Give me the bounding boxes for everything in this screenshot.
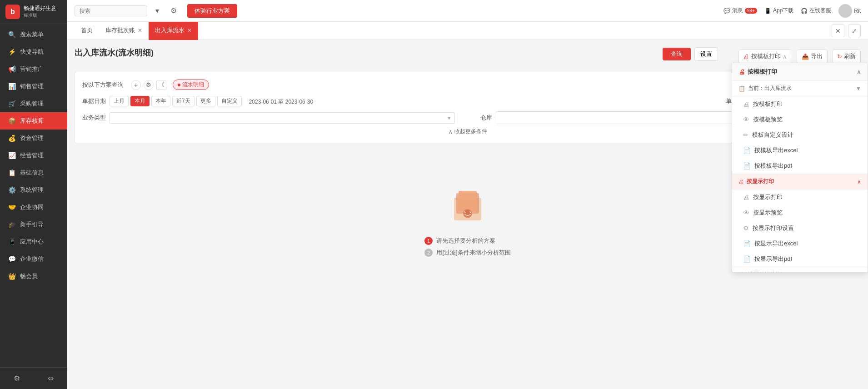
filter-settings-btn[interactable]: ⚙	[144, 80, 154, 90]
sidebar-settings-btn[interactable]: ⚙	[11, 371, 23, 385]
current-expand-icon[interactable]: ▼	[856, 85, 861, 92]
template-pdf-item-label: 按模板导出pdf	[754, 162, 792, 170]
current-template-section: 📋 当前：出入库流水 ▼	[732, 81, 868, 96]
biz-type-label: 业务类型	[82, 114, 106, 122]
search-input[interactable]	[80, 8, 142, 14]
tab-flow[interactable]: 出入库流水 ✕	[149, 22, 198, 40]
template-preview-item-icon: 👁	[743, 116, 749, 123]
app-logo: b 畅捷通好生意 标准版	[0, 0, 67, 24]
sidebar-item-purchase[interactable]: 🛒 采购管理	[0, 95, 67, 112]
display-preview-item[interactable]: 👁 按显示预览	[732, 205, 868, 220]
step-2-num: 2	[424, 249, 433, 257]
sidebar-item-quick-nav[interactable]: ⚡ 快捷导航	[0, 43, 67, 60]
app-download-btn[interactable]: 📱 App下载	[764, 7, 793, 15]
tab-expand-btn[interactable]: ⤢	[848, 25, 861, 37]
sidebar-item-label: 企业协同	[20, 203, 60, 211]
template-custom-item[interactable]: ✏ 模板自定义设计	[732, 127, 868, 143]
template-preview-item[interactable]: 👁 按模板预览	[732, 112, 868, 127]
date-option-7days[interactable]: 近7天	[172, 96, 195, 106]
sidebar-item-search[interactable]: 🔍 搜索菜单	[0, 26, 67, 43]
filter-add-btn[interactable]: +	[131, 80, 141, 90]
settings-btn[interactable]: 设置	[694, 47, 718, 61]
query-btn[interactable]: 查询	[663, 48, 691, 60]
default-func-expand-icon[interactable]: ▼	[856, 272, 861, 273]
filter-tag[interactable]: 流水明细	[173, 80, 209, 90]
sidebar-item-guide[interactable]: 🎓 新手引导	[0, 216, 67, 233]
sidebar-item-wechat[interactable]: 💬 企业微信	[0, 250, 67, 268]
display-excel-item[interactable]: 📄 按显示导出excel	[732, 236, 868, 251]
template-pdf-item[interactable]: 📄 按模板导出pdf	[732, 158, 868, 174]
filter-tag-dot	[178, 84, 180, 86]
marketing-icon: 📢	[7, 65, 16, 73]
topbar-settings-btn[interactable]: ⚙	[167, 5, 180, 17]
default-func-section: 📋 设置默认功能 ▼	[732, 267, 868, 272]
member-icon: 👑	[7, 273, 16, 280]
sidebar-item-label: 采购管理	[20, 100, 60, 108]
msg-icon: 💬	[723, 8, 730, 14]
export-btn[interactable]: 📤 导出	[797, 50, 828, 63]
tab-batch-close-icon[interactable]: ✕	[138, 27, 142, 34]
sidebar-collapse-btn[interactable]: ⇔	[45, 371, 56, 385]
biz-type-input[interactable]: ▾	[110, 112, 455, 124]
date-option-this-month[interactable]: 本月	[130, 96, 150, 106]
date-option-last-month[interactable]: 上月	[110, 96, 129, 106]
sidebar-item-label: 畅会员	[20, 272, 60, 280]
sidebar-item-label: 基础信息	[20, 169, 60, 177]
search-box[interactable]	[75, 5, 147, 16]
sidebar-item-member[interactable]: 👑 畅会员	[0, 268, 67, 285]
avatar	[838, 4, 852, 18]
template-excel-item-icon: 📄	[743, 147, 751, 154]
step-1-num: 1	[424, 237, 433, 245]
sidebar-item-finance[interactable]: 💰 资金管理	[0, 130, 67, 147]
tab-home[interactable]: 首页	[75, 22, 99, 40]
filter-collapse-btn[interactable]: 《	[156, 80, 166, 90]
sidebar-item-operation[interactable]: 📈 经营管理	[0, 147, 67, 164]
collapse-more-icon: ∧	[449, 129, 453, 135]
sidebar-item-inventory[interactable]: 📦 库存核算	[0, 112, 67, 130]
template-excel-item[interactable]: 📄 按模板导出excel	[732, 143, 868, 158]
date-option-custom[interactable]: 自定义	[217, 96, 242, 106]
cooperation-icon: 🤝	[7, 204, 16, 211]
current-label: 当前：出入库流水	[748, 85, 792, 92]
display-preview-item-label: 按显示预览	[753, 209, 783, 217]
date-option-more[interactable]: 更多	[196, 96, 215, 106]
refresh-label: 刷新	[844, 52, 856, 60]
display-settings-item[interactable]: ⚙ 按显示打印设置	[732, 220, 868, 236]
sales-icon: 📊	[7, 83, 16, 90]
display-print-item[interactable]: 🖨 按显示打印	[732, 190, 868, 205]
tab-batch-account[interactable]: 库存批次账 ✕	[99, 22, 149, 40]
display-expand-icon[interactable]: ∧	[857, 179, 861, 185]
template-print-btn[interactable]: 🖨 按模板打印 ∧	[738, 50, 792, 63]
dropdown-collapse-icon[interactable]: ∧	[857, 69, 861, 75]
export-label: 导出	[811, 52, 823, 60]
display-pdf-item[interactable]: 📄 按显示导出pdf	[732, 251, 868, 267]
sidebar-item-basic[interactable]: 📋 基础信息	[0, 164, 67, 181]
tab-flow-close-icon[interactable]: ✕	[187, 27, 192, 34]
system-icon: ⚙️	[7, 186, 16, 194]
quick-nav-icon: ⚡	[7, 48, 16, 55]
template-print-item[interactable]: 🖨 按模板打印	[732, 96, 868, 112]
basic-icon: 📋	[7, 169, 16, 176]
topbar-chevron-btn[interactable]: ▾	[151, 5, 164, 17]
sidebar-item-label: 新手引导	[20, 220, 60, 229]
sidebar-item-system[interactable]: ⚙️ 系统管理	[0, 181, 67, 199]
date-option-this-year[interactable]: 本年	[151, 96, 170, 106]
sidebar-item-label: 系统管理	[20, 186, 60, 194]
sidebar-item-label: 企业微信	[20, 255, 60, 263]
print-icon: 🖨	[743, 53, 749, 60]
industry-solution-btn[interactable]: 体验行业方案	[187, 4, 237, 18]
date-range: 2023-06-01 至 2023-06-30	[249, 98, 313, 106]
svg-rect-4	[464, 210, 471, 217]
msg-btn[interactable]: 💬 消息 99+	[723, 7, 757, 15]
user-area[interactable]: Rit	[838, 4, 861, 18]
sidebar-item-marketing[interactable]: 📢 营销推广	[0, 60, 67, 78]
sidebar-item-app-center[interactable]: 📱 应用中心	[0, 233, 67, 250]
sidebar-item-cooperation[interactable]: 🤝 企业协同	[0, 199, 67, 216]
tab-close-all-btn[interactable]: ✕	[832, 25, 844, 37]
search-icon: 🔍	[7, 31, 16, 38]
refresh-btn[interactable]: ↻ 刷新	[832, 50, 861, 63]
svg-rect-2	[459, 191, 477, 209]
sidebar-item-sales[interactable]: 📊 销售管理	[0, 78, 67, 95]
template-preview-item-label: 按模板预览	[753, 115, 783, 124]
customer-service-btn[interactable]: 🎧 在线客服	[801, 7, 831, 15]
